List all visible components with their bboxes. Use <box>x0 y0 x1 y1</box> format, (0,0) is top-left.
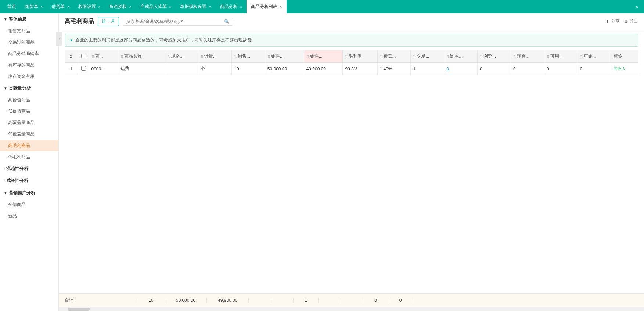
col-sales3: ⇅销售... <box>304 50 343 63</box>
page-title: 高毛利商品 <box>65 18 94 25</box>
footer-cell-transactions: 1 <box>294 298 319 303</box>
footer-cell-0 <box>82 298 137 303</box>
col-browse2: ⇅浏览... <box>478 50 511 63</box>
col-transactions: ⇅交易... <box>411 50 444 63</box>
sidebar-item-distribution-rate[interactable]: 商品分销助购率 <box>0 48 58 59</box>
scroll-bar-thumb[interactable] <box>68 308 90 311</box>
sidebar-item-high-coverage[interactable]: 高覆盖量商品 <box>0 117 58 129</box>
sidebar-item-high-value[interactable]: 高价值商品 <box>0 94 58 106</box>
content-header: 高毛利商品 近一月 🔍 ⬆ 分享 ⬇ 导出 <box>59 13 644 30</box>
close-window-button[interactable]: × <box>633 3 641 10</box>
search-icon[interactable]: 🔍 <box>224 19 230 24</box>
top-navigation: 首页 销货单 × 进货单 × 权限设置 × 角色授权 × 产成品入库单 × 单据… <box>0 0 644 13</box>
settings-icon[interactable]: ⚙ <box>69 54 73 59</box>
horizontal-scrollbar[interactable] <box>59 307 644 311</box>
col-browse1: ⇅浏览... <box>444 50 478 63</box>
sidebar-item-low-coverage[interactable]: 低覆盖量商品 <box>0 129 58 140</box>
cell-sales1: 10 <box>231 63 265 75</box>
footer-cell-coverage <box>271 298 294 303</box>
select-all-checkbox[interactable] <box>81 54 86 58</box>
arrow-icon-5: ▼ <box>4 191 7 195</box>
close-product-instock[interactable]: × <box>169 4 171 9</box>
cell-sales3: 49,900.00 <box>304 63 343 75</box>
close-product-analysis[interactable]: × <box>240 4 242 9</box>
sidebar-item-new-products[interactable]: 新品 <box>0 210 58 222</box>
nav-product-analysis-list[interactable]: 商品分析列表 × <box>247 0 286 13</box>
footer-cell-sales1: 10 <box>137 298 165 303</box>
nav-role-auth[interactable]: 角色授权 × <box>105 0 136 13</box>
footer-cell-gross <box>249 298 271 303</box>
row-checkbox[interactable] <box>81 66 86 71</box>
export-button[interactable]: ⬇ 导出 <box>624 18 638 25</box>
cell-browse2: 0 <box>478 63 511 75</box>
cell-available: 0 <box>544 63 578 75</box>
content-area: 高毛利商品 近一月 🔍 ⬆ 分享 ⬇ 导出 ✦ 企业的主 <box>59 13 644 311</box>
nav-home[interactable]: 首页 <box>3 0 21 13</box>
cell-name: 运费 <box>118 63 165 75</box>
cell-tag: 高收入 <box>611 63 638 75</box>
col-unit: ⇅计量... <box>198 50 232 63</box>
sidebar-item-high-margin[interactable]: 高毛利商品 <box>0 140 58 151</box>
nav-permission-setting[interactable]: 权限设置 × <box>74 0 105 13</box>
close-role-auth[interactable]: × <box>129 4 131 9</box>
col-coverage: ⇅覆盖... <box>377 50 411 63</box>
cell-gross-rate: 99.8% <box>343 63 377 75</box>
sidebar-item-low-value[interactable]: 低价值商品 <box>0 106 58 117</box>
close-sales-order[interactable]: × <box>40 4 43 9</box>
sidebar-item-traded-products[interactable]: 交易过的商品 <box>0 37 58 48</box>
footer-cell-b2 <box>341 298 363 303</box>
sidebar-section-trend[interactable]: › 流趋性分析 <box>0 163 58 175</box>
sidebar-section-contribution[interactable]: ▼ 贡献量分析 <box>0 82 58 94</box>
sidebar-section-growth[interactable]: › 成长性分析 <box>0 175 58 187</box>
col-tag: 标签 <box>611 50 638 63</box>
cell-sellable: 0 <box>578 63 611 75</box>
close-purchase-order[interactable]: × <box>67 4 69 9</box>
sidebar-item-all-products[interactable]: 全部商品 <box>0 199 58 210</box>
nav-purchase-order[interactable]: 进货单 × <box>47 0 73 13</box>
sidebar-item-stock-capital[interactable]: 库存资金占用 <box>0 71 58 82</box>
nav-product-instock[interactable]: 产成品入库单 × <box>136 0 176 13</box>
nav-template-setting[interactable]: 单据模板设置 × <box>176 0 215 13</box>
cell-transactions: 1 <box>411 63 444 75</box>
close-template-setting[interactable]: × <box>209 4 211 9</box>
col-spec: ⇅规格... <box>165 50 198 63</box>
search-input[interactable] <box>126 19 224 24</box>
cell-checkbox <box>78 63 89 75</box>
sidebar-item-in-stock[interactable]: 有库存的商品 <box>0 59 58 71</box>
nav-sales-order[interactable]: 销货单 × <box>21 0 47 13</box>
col-checkbox <box>78 50 89 63</box>
cell-browse1: 0 <box>444 63 478 75</box>
footer-label: 合计: <box>65 297 75 303</box>
close-permission-setting[interactable]: × <box>98 4 100 9</box>
footer-cell-sales2: 50,000.00 <box>165 298 207 303</box>
col-sales2: ⇅销售... <box>265 50 304 63</box>
info-banner: ✦ 企业的主要的利润都是这部分商品创造的，可考虑加大推广，同时关注库存是不要出现… <box>65 34 638 47</box>
info-icon: ✦ <box>69 38 73 43</box>
cell-unit: 个 <box>198 63 232 75</box>
filter-button[interactable]: 近一月 <box>98 17 119 26</box>
search-box[interactable]: 🔍 <box>123 18 233 26</box>
sidebar-collapse-button[interactable]: 《 <box>56 32 62 46</box>
share-icon: ⬆ <box>606 19 609 24</box>
sidebar-item-low-margin[interactable]: 低毛利商品 <box>0 151 58 163</box>
arrow-icon: ▼ <box>4 17 7 21</box>
share-button[interactable]: ⬆ 分享 <box>606 18 620 25</box>
table-header-row: ⚙ ⇅商... ⇅商品名称 ⇅规格... ⇅计量... ⇅销售... ⇅销售..… <box>65 50 638 63</box>
cell-code: 0000... <box>89 63 118 75</box>
col-sellable: ⇅可销... <box>578 50 611 63</box>
arrow-icon-4: › <box>4 179 5 183</box>
footer-cell-b1 <box>319 298 341 303</box>
cell-spec <box>165 63 198 75</box>
arrow-icon-3: › <box>4 167 5 171</box>
table-row: 1 0000... 运费 个 10 50,000.00 49,900.00 99… <box>65 63 638 75</box>
sidebar-section-overall[interactable]: ▼ 整体信息 <box>0 13 58 25</box>
product-table: ⚙ ⇅商... ⇅商品名称 ⇅规格... ⇅计量... ⇅销售... ⇅销售..… <box>65 50 638 75</box>
nav-product-analysis[interactable]: 商品分析 × <box>216 0 247 13</box>
table-wrapper: ⚙ ⇅商... ⇅商品名称 ⇅规格... ⇅计量... ⇅销售... ⇅销售..… <box>59 50 644 293</box>
sidebar-item-sales-overview[interactable]: 销售览商品 <box>0 25 58 37</box>
export-icon: ⬇ <box>624 19 628 24</box>
close-product-analysis-list[interactable]: × <box>280 4 282 9</box>
sidebar-section-marketing[interactable]: ▼ 营销推广分析 <box>0 187 58 199</box>
col-gross-rate: ⇅毛利率 <box>343 50 377 63</box>
col-code: ⇅商... <box>89 50 118 63</box>
